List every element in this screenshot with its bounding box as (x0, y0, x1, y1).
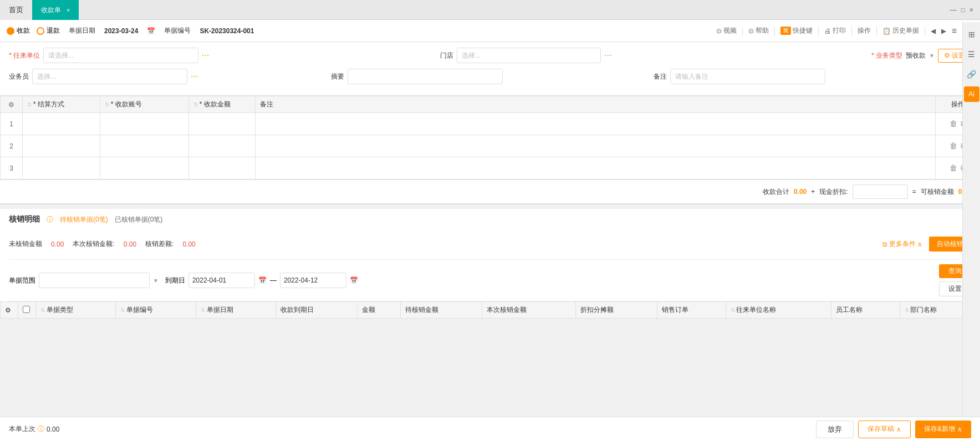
row-settle-3[interactable] (23, 157, 100, 180)
writeoff-section: 核销明细 ⓘ 待核销单据(0笔) 已核销单据(0笔) 未核销金额 0.00 本次… (0, 209, 980, 301)
row-settle-2[interactable] (23, 135, 100, 157)
pending-tab[interactable]: 待核销单据(0笔) (60, 215, 108, 224)
summary-input[interactable] (348, 69, 503, 84)
row-account-2[interactable] (100, 135, 189, 157)
row-amount-3[interactable] (189, 157, 256, 180)
radio-income[interactable]: 收款 (7, 26, 30, 35)
biz-type-chevron[interactable]: ▼ (929, 53, 935, 59)
table-area: ⚙ ⇅ * 结算方式 ⇅ * 收款账号 ⇅ * 收款金额 备注 操作 (0, 96, 980, 204)
sort-settle[interactable]: ⇅ (27, 101, 33, 107)
row-settle-1[interactable] (23, 113, 100, 135)
col-staff-header: 员工名称 (831, 302, 900, 319)
store-dots-btn[interactable]: ··· (604, 50, 611, 60)
diff-value: 0.00 (182, 240, 195, 248)
summary-row: 收款合计 0.00 + 现金折扣: = 可核销金额 0.00 (0, 180, 980, 204)
salesman-input[interactable] (32, 69, 187, 84)
calendar-from-icon[interactable]: 📅 (258, 276, 267, 284)
shortcut-icon: ⌘ (780, 27, 791, 35)
select-all-checkbox[interactable] (23, 306, 30, 313)
video-icon: ⊙ (716, 27, 722, 35)
party-input[interactable] (43, 48, 198, 63)
calendar-to-icon[interactable]: 📅 (350, 276, 358, 284)
done-tab[interactable]: 已核销单据(0笔) (115, 215, 163, 224)
per-bill-info-icon[interactable]: ⓘ (38, 424, 44, 434)
print-btn[interactable]: 🖨 打印 (824, 26, 846, 35)
col-gear-bottom[interactable]: ⚙ (1, 302, 18, 319)
number-label: 单据编号 (164, 26, 191, 35)
col-checkbox[interactable] (18, 302, 36, 319)
history-btn[interactable]: 📋 历史单据 (882, 26, 919, 35)
info-icon[interactable]: ⓘ (47, 215, 53, 224)
view-list-icon[interactable]: ≡ (952, 26, 957, 36)
tab-current-label: 收款单 (41, 0, 61, 20)
col-due-date-header: 收款到期日 (276, 302, 358, 319)
delete-icon-3[interactable]: 🗑 (950, 163, 957, 173)
remark-input[interactable] (670, 69, 825, 84)
row-amount-2[interactable] (189, 135, 256, 157)
due-date-label: 到期日 (165, 276, 185, 285)
radio-refund-label: 退款 (47, 26, 60, 35)
salesman-dots-btn[interactable]: ··· (191, 71, 198, 81)
tab-close-icon[interactable]: × (67, 0, 70, 20)
help-btn[interactable]: ⊙ 帮助 (748, 26, 769, 35)
row-account-1[interactable] (100, 113, 189, 135)
divider3 (818, 27, 819, 35)
row-remark-3[interactable] (256, 157, 936, 180)
divider2 (774, 27, 775, 35)
row-account-3[interactable] (100, 157, 189, 180)
table-wrap: ⚙ ⇅ * 结算方式 ⇅ * 收款账号 ⇅ * 收款金额 备注 操作 (0, 96, 980, 180)
radio-income-label: 收款 (17, 26, 30, 35)
shortcut-label: 快捷键 (793, 26, 813, 35)
calendar-icon[interactable]: 📅 (147, 27, 155, 35)
bottom-table: ⚙ ⇅ 单据类型 ⇅ 单据编号 ⇅ 单据日期 收款到期日 金额 待核销金额 本次… (0, 301, 980, 319)
store-label: 门店 (440, 51, 453, 60)
sort-account[interactable]: ⇅ (105, 101, 111, 107)
sidebar-list-icon[interactable]: ☰ (964, 47, 979, 62)
store-input[interactable] (457, 48, 601, 63)
col-number-header: ⇅ 单据编号 (116, 302, 196, 319)
tab-current[interactable]: 收款单 × (32, 0, 79, 20)
operation-btn[interactable]: 操作 (858, 26, 871, 35)
sort-amount[interactable]: ⇅ (193, 101, 200, 107)
window-min-icon[interactable]: — (950, 6, 957, 14)
window-close-icon[interactable]: × (969, 6, 973, 14)
bill-range-select[interactable] (39, 273, 150, 288)
total-value: 0.00 (794, 188, 807, 196)
bottom-table-header: ⚙ ⇅ 单据类型 ⇅ 单据编号 ⇅ 单据日期 收款到期日 金额 待核销金额 本次… (1, 302, 980, 319)
discount-input[interactable] (853, 184, 908, 199)
date-to-input[interactable] (280, 273, 346, 288)
nav-prev-icon[interactable]: ◀ (931, 27, 936, 35)
date-from-input[interactable] (188, 273, 255, 288)
sidebar-table-icon[interactable]: ⊞ (964, 27, 979, 42)
party-dots-btn[interactable]: ··· (202, 50, 209, 60)
more-conditions-btn[interactable]: ⧉ 更多条件 ∧ (882, 239, 922, 249)
writeoff-header: 核销明细 ⓘ 待核销单据(0笔) 已核销单据(0笔) (9, 214, 971, 224)
save-new-btn[interactable]: 保存&新增 ∧ (915, 421, 971, 438)
delete-icon-2[interactable]: 🗑 (950, 141, 957, 151)
nav-next-icon[interactable]: ▶ (941, 27, 946, 35)
bill-range-chevron: ▼ (153, 278, 159, 284)
col-party-header: ⇅ 往来单位名称 (726, 302, 831, 319)
window-max-icon[interactable]: □ (961, 6, 965, 14)
sidebar-link-icon[interactable]: 🔗 (964, 66, 979, 82)
delete-icon-1[interactable]: 🗑 (950, 119, 957, 129)
discard-btn[interactable]: 放弃 (816, 421, 854, 438)
store-field: 门店 ··· (440, 48, 867, 63)
radio-refund[interactable]: 退款 (37, 26, 60, 35)
col-gear[interactable]: ⚙ (1, 96, 23, 113)
shortcut-btn[interactable]: ⌘ 快捷键 (780, 26, 813, 35)
col-amount-header: ⇅ * 收款金额 (189, 96, 256, 113)
radio-refund-dot (37, 27, 44, 35)
divider6 (925, 27, 925, 35)
party-label: * 往来单位 (9, 51, 40, 60)
save-draft-btn[interactable]: 保存草稿 ∧ (858, 421, 911, 438)
row-num-1: 1 (1, 113, 23, 135)
tab-home[interactable]: 首页 (0, 0, 32, 20)
sidebar-ai-icon[interactable]: Ai (964, 86, 979, 102)
row-amount-1[interactable] (189, 113, 256, 135)
row-remark-2[interactable] (256, 135, 936, 157)
filter-icon: ⧉ (882, 240, 887, 248)
date-value: 2023-03-24 (104, 27, 138, 35)
video-btn[interactable]: ⊙ 视频 (716, 26, 737, 35)
row-remark-1[interactable] (256, 113, 936, 135)
